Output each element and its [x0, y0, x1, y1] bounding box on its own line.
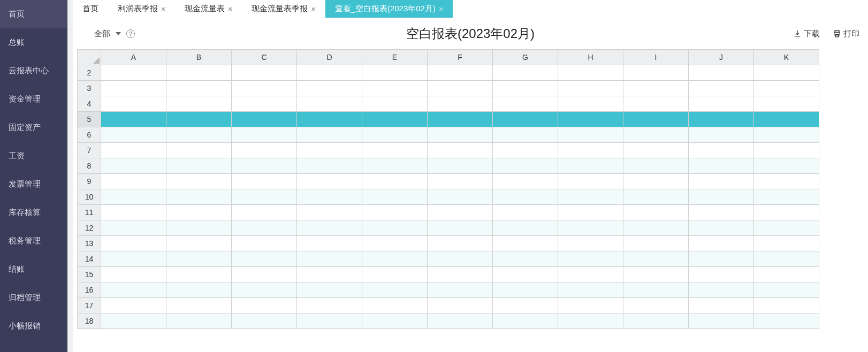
sidebar-item-5[interactable]: 工资 — [0, 142, 67, 170]
cell-J10[interactable] — [689, 189, 754, 205]
cell-D14[interactable] — [297, 251, 362, 267]
cell-E17[interactable] — [362, 298, 428, 313]
cell-K6[interactable] — [754, 127, 819, 143]
cell-K7[interactable] — [754, 143, 819, 158]
cell-F14[interactable] — [428, 251, 493, 267]
row-header-16[interactable]: 16 — [78, 282, 101, 298]
cell-H13[interactable] — [558, 236, 623, 251]
cell-D3[interactable] — [297, 81, 362, 96]
print-button[interactable]: 打印 — [833, 29, 859, 39]
cell-F6[interactable] — [428, 127, 493, 143]
cell-B2[interactable] — [166, 65, 232, 81]
cell-K17[interactable] — [754, 298, 819, 313]
cell-I18[interactable] — [623, 313, 689, 329]
cell-B5[interactable] — [166, 112, 232, 127]
cell-A16[interactable] — [101, 282, 166, 298]
cell-F18[interactable] — [428, 313, 493, 329]
cell-F4[interactable] — [428, 96, 493, 112]
cell-A6[interactable] — [101, 127, 166, 143]
cell-J9[interactable] — [689, 174, 754, 189]
cell-G8[interactable] — [493, 158, 558, 174]
cell-I8[interactable] — [623, 158, 689, 174]
cell-I5[interactable] — [623, 112, 689, 127]
cell-D12[interactable] — [297, 220, 362, 236]
cell-B4[interactable] — [166, 96, 232, 112]
cell-D17[interactable] — [297, 298, 362, 313]
cell-C4[interactable] — [232, 96, 297, 112]
cell-C8[interactable] — [232, 158, 297, 174]
cell-F17[interactable] — [428, 298, 493, 313]
cell-C17[interactable] — [232, 298, 297, 313]
cell-G2[interactable] — [493, 65, 558, 81]
cell-G11[interactable] — [493, 205, 558, 220]
row-header-6[interactable]: 6 — [78, 127, 101, 143]
cell-D13[interactable] — [297, 236, 362, 251]
cell-D9[interactable] — [297, 174, 362, 189]
cell-D5[interactable] — [297, 112, 362, 127]
cell-C5[interactable] — [232, 112, 297, 127]
cell-A7[interactable] — [101, 143, 166, 158]
cell-G6[interactable] — [493, 127, 558, 143]
cell-C18[interactable] — [232, 313, 297, 329]
row-header-9[interactable]: 9 — [78, 174, 101, 189]
cell-H7[interactable] — [558, 143, 623, 158]
cell-K2[interactable] — [754, 65, 819, 81]
cell-E14[interactable] — [362, 251, 428, 267]
cell-E11[interactable] — [362, 205, 428, 220]
sidebar-scrollbar[interactable] — [67, 0, 73, 352]
column-header-A[interactable]: A — [101, 50, 166, 65]
cell-J18[interactable] — [689, 313, 754, 329]
help-icon[interactable]: ? — [126, 29, 135, 38]
column-header-F[interactable]: F — [428, 50, 493, 65]
cell-G4[interactable] — [493, 96, 558, 112]
cell-B18[interactable] — [166, 313, 232, 329]
column-header-I[interactable]: I — [623, 50, 689, 65]
cell-B6[interactable] — [166, 127, 232, 143]
cell-J6[interactable] — [689, 127, 754, 143]
cell-B8[interactable] — [166, 158, 232, 174]
cell-C16[interactable] — [232, 282, 297, 298]
cell-K9[interactable] — [754, 174, 819, 189]
cell-E5[interactable] — [362, 112, 428, 127]
cell-C12[interactable] — [232, 220, 297, 236]
filter-dropdown[interactable]: 全部 ? — [94, 29, 135, 39]
tab-1[interactable]: 利润表季报× — [108, 0, 175, 18]
cell-B11[interactable] — [166, 205, 232, 220]
sidebar-item-2[interactable]: 云报表中心 — [0, 57, 67, 85]
column-header-H[interactable]: H — [558, 50, 623, 65]
cell-D18[interactable] — [297, 313, 362, 329]
cell-A18[interactable] — [101, 313, 166, 329]
cell-J13[interactable] — [689, 236, 754, 251]
cell-D8[interactable] — [297, 158, 362, 174]
sidebar-item-6[interactable]: 发票管理 — [0, 170, 67, 198]
cell-A8[interactable] — [101, 158, 166, 174]
cell-A13[interactable] — [101, 236, 166, 251]
cell-K14[interactable] — [754, 251, 819, 267]
sheet-corner[interactable] — [78, 50, 101, 65]
cell-H11[interactable] — [558, 205, 623, 220]
row-header-13[interactable]: 13 — [78, 236, 101, 251]
cell-H2[interactable] — [558, 65, 623, 81]
download-button[interactable]: 下载 — [793, 29, 820, 39]
cell-J11[interactable] — [689, 205, 754, 220]
cell-K18[interactable] — [754, 313, 819, 329]
cell-C13[interactable] — [232, 236, 297, 251]
cell-F15[interactable] — [428, 267, 493, 282]
cell-H6[interactable] — [558, 127, 623, 143]
close-icon[interactable]: × — [311, 5, 315, 13]
cell-E4[interactable] — [362, 96, 428, 112]
cell-H8[interactable] — [558, 158, 623, 174]
sidebar-item-0[interactable]: 首页 — [0, 0, 67, 28]
cell-F16[interactable] — [428, 282, 493, 298]
cell-I13[interactable] — [623, 236, 689, 251]
cell-E7[interactable] — [362, 143, 428, 158]
cell-H12[interactable] — [558, 220, 623, 236]
column-header-E[interactable]: E — [362, 50, 428, 65]
cell-E10[interactable] — [362, 189, 428, 205]
cell-J17[interactable] — [689, 298, 754, 313]
sidebar-item-9[interactable]: 结账 — [0, 255, 67, 284]
cell-G10[interactable] — [493, 189, 558, 205]
cell-K12[interactable] — [754, 220, 819, 236]
cell-D11[interactable] — [297, 205, 362, 220]
row-header-14[interactable]: 14 — [78, 251, 101, 267]
